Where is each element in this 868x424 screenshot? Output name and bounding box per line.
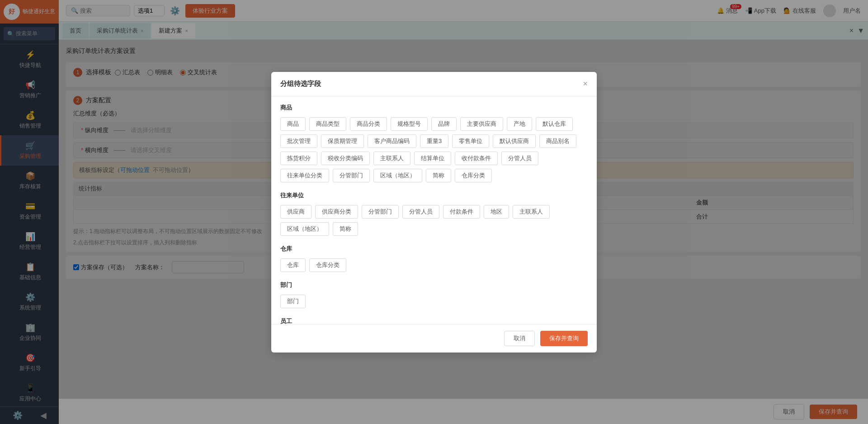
field-tag-default-supplier[interactable]: 默认供应商 bbox=[493, 134, 536, 148]
field-tag-product[interactable]: 商品 bbox=[280, 117, 306, 131]
field-tag-source-unit-category[interactable]: 往来单位分类 bbox=[280, 169, 329, 182]
modal-footer: 取消 保存并查询 bbox=[271, 324, 597, 353]
modal-body[interactable]: 商品商品商品类型商品分类规格型号品牌主要供应商产地默认仓库批次管理保质期管理客户… bbox=[271, 96, 597, 324]
modal-close-button[interactable]: × bbox=[583, 79, 588, 89]
section-title-department: 部门 bbox=[280, 281, 588, 289]
section-counterpart: 往来单位供应商供应商分类分管部门分管人员付款条件地区主联系人区域（地区）简称 bbox=[280, 191, 588, 236]
field-tag-weight3[interactable]: 重量3 bbox=[420, 134, 448, 148]
field-tags-product: 商品商品类型商品分类规格型号品牌主要供应商产地默认仓库批次管理保质期管理客户商品… bbox=[280, 117, 588, 182]
field-tag-batch-mgmt[interactable]: 批次管理 bbox=[280, 134, 317, 148]
section-employee: 员工业务员 bbox=[280, 317, 588, 324]
modal-header: 分组待选字段 × bbox=[271, 72, 597, 96]
section-product: 商品商品商品类型商品分类规格型号品牌主要供应商产地默认仓库批次管理保质期管理客户… bbox=[280, 104, 588, 182]
field-tag-main-contact[interactable]: 主联系人 bbox=[373, 152, 410, 165]
field-tags-warehouse: 仓库仓库分类 bbox=[280, 258, 588, 272]
field-tag-product-category[interactable]: 商品分类 bbox=[350, 117, 387, 131]
field-tag-payment-cond[interactable]: 付款条件 bbox=[443, 205, 480, 219]
field-tags-department: 部门 bbox=[280, 295, 588, 308]
field-tag-dept[interactable]: 分管部门 bbox=[362, 205, 399, 219]
field-tag-retail-unit[interactable]: 零售单位 bbox=[452, 134, 489, 148]
modal-title: 分组待选字段 bbox=[280, 80, 321, 88]
field-tag-alias[interactable]: 商品别名 bbox=[539, 134, 576, 148]
section-title-counterpart: 往来单位 bbox=[280, 191, 588, 200]
field-tag-origin[interactable]: 产地 bbox=[507, 117, 532, 131]
field-tag-shelf-life-mgmt[interactable]: 保质期管理 bbox=[321, 134, 364, 148]
field-tag-payment-terms[interactable]: 收付款条件 bbox=[455, 152, 498, 165]
field-tag-wh[interactable]: 仓库 bbox=[280, 258, 306, 272]
field-tag-region3[interactable]: 区域（地区） bbox=[280, 222, 329, 236]
field-tag-dept2[interactable]: 部门 bbox=[280, 295, 306, 308]
field-tag-main-supplier[interactable]: 主要供应商 bbox=[460, 117, 503, 131]
field-tag-warehouse-category[interactable]: 仓库分类 bbox=[455, 169, 492, 182]
field-tag-tax-code[interactable]: 税收分类编码 bbox=[321, 152, 370, 165]
modal-confirm-button[interactable]: 保存并查询 bbox=[540, 331, 588, 346]
field-tag-manager[interactable]: 分管人员 bbox=[501, 152, 538, 165]
section-title-product: 商品 bbox=[280, 104, 588, 112]
field-tag-supplier-category[interactable]: 供应商分类 bbox=[315, 205, 358, 219]
field-tag-customer-code[interactable]: 客户商品编码 bbox=[368, 134, 416, 148]
modal-overlay: 分组待选字段 × 商品商品商品类型商品分类规格型号品牌主要供应商产地默认仓库批次… bbox=[0, 0, 868, 424]
field-tag-region2[interactable]: 地区 bbox=[484, 205, 509, 219]
section-title-employee: 员工 bbox=[280, 317, 588, 324]
field-tag-product-type[interactable]: 商品类型 bbox=[309, 117, 346, 131]
field-tag-default-warehouse[interactable]: 默认仓库 bbox=[536, 117, 573, 131]
field-tag-region[interactable]: 区域（地区） bbox=[373, 169, 422, 182]
field-tag-short-name[interactable]: 简称 bbox=[426, 169, 451, 182]
field-tags-counterpart: 供应商供应商分类分管部门分管人员付款条件地区主联系人区域（地区）简称 bbox=[280, 205, 588, 236]
field-tag-contact[interactable]: 主联系人 bbox=[513, 205, 550, 219]
field-tag-spec-type[interactable]: 规格型号 bbox=[391, 117, 428, 131]
field-tag-pickup-points[interactable]: 拣货积分 bbox=[280, 152, 317, 165]
field-tag-short2[interactable]: 简称 bbox=[333, 222, 358, 236]
field-tag-brand[interactable]: 品牌 bbox=[431, 117, 457, 131]
field-tag-supplier[interactable]: 供应商 bbox=[280, 205, 311, 219]
field-tag-dept-person[interactable]: 分管人员 bbox=[402, 205, 439, 219]
field-tag-settle-unit[interactable]: 结算单位 bbox=[414, 152, 451, 165]
section-title-warehouse: 仓库 bbox=[280, 245, 588, 253]
field-tag-wh-cat[interactable]: 仓库分类 bbox=[309, 258, 346, 272]
modal: 分组待选字段 × 商品商品商品类型商品分类规格型号品牌主要供应商产地默认仓库批次… bbox=[271, 72, 597, 353]
field-tag-dept-mgmt[interactable]: 分管部门 bbox=[333, 169, 370, 182]
modal-cancel-button[interactable]: 取消 bbox=[504, 331, 535, 346]
section-warehouse: 仓库仓库仓库分类 bbox=[280, 245, 588, 272]
section-department: 部门部门 bbox=[280, 281, 588, 308]
